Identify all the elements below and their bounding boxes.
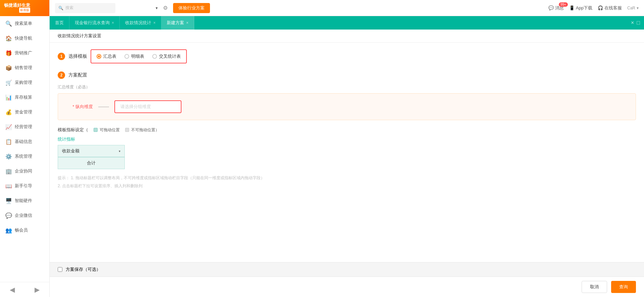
sales-icon: 📦 bbox=[5, 65, 12, 71]
search-box[interactable]: 🔍 搜索 bbox=[55, 3, 115, 13]
tab-home-label: 首页 bbox=[55, 20, 64, 26]
metrics-cell-header[interactable]: 收款金额 ▾ bbox=[58, 145, 125, 157]
page-title-bar: 收款情况统计方案设置 bbox=[50, 30, 644, 43]
sidebar-item-purchase[interactable]: 🛒 采购管理 bbox=[0, 75, 49, 90]
tab-receipt-stats[interactable]: 收款情况统计 × bbox=[120, 16, 161, 30]
download-icon: 📱 bbox=[569, 5, 575, 10]
sidebar-item-sales[interactable]: 📦 销售管理 bbox=[0, 60, 49, 75]
sidebar-item-label: 智能硬件 bbox=[15, 198, 32, 204]
query-button[interactable]: 查询 bbox=[611, 281, 636, 293]
online-service-item[interactable]: 🎧 在线客服 bbox=[598, 5, 622, 11]
tab-home[interactable]: 首页 bbox=[50, 16, 69, 30]
search-placeholder: 搜索 bbox=[65, 5, 73, 11]
cancel-button[interactable]: 取消 bbox=[582, 281, 607, 293]
sidebar-item-quick-nav[interactable]: 🏠 快捷导航 bbox=[0, 31, 49, 46]
vertical-dim-label: 纵向维度 bbox=[66, 104, 93, 110]
operation-icon: 📈 bbox=[5, 124, 12, 130]
tabbar: 首页 现金银行流水查询 × 收款情况统计 × 新建方案 × × □ bbox=[50, 16, 644, 30]
col1-total-text: 合计 bbox=[87, 160, 96, 165]
app-download-label: App下载 bbox=[576, 5, 592, 11]
topbar-dropdown[interactable]: ▾ bbox=[121, 6, 158, 10]
radio-summary-circle bbox=[97, 54, 101, 59]
tabbar-actions: × □ bbox=[627, 20, 644, 26]
sidebar-item-label: 快捷导航 bbox=[15, 35, 32, 41]
enterprise-icon: 🏢 bbox=[5, 168, 12, 175]
hint-2: 2. 点击标题栏下拉可设置排序、插入列和删除列 bbox=[58, 183, 636, 190]
dim-config-section: 汇总维度（必选） 纵向维度 —— 请选择分组维度 bbox=[58, 84, 636, 120]
service-icon: 🎧 bbox=[598, 5, 603, 10]
logo-badge: 标准版 bbox=[19, 8, 30, 13]
hint-1: 提示： 1. 拖动标题栏可以调整布局，不可跨维度或指标区域拖动栏目字段（只能在同… bbox=[58, 175, 636, 182]
col1-header-text: 收款金额 bbox=[62, 148, 79, 154]
search-menu-icon: 🔍 bbox=[5, 20, 12, 27]
sidebar-item-system[interactable]: ⚙️ 系统管理 bbox=[0, 149, 49, 164]
main-area: 🔍 搜索 ▾ ⚙ 体验行业方案 💬 消息 99+ 📱 App下载 🎧 在线客服 bbox=[50, 0, 644, 297]
step2-header: 2 方案配置 bbox=[58, 71, 636, 79]
sidebar-item-operation[interactable]: 📈 经营管理 bbox=[0, 119, 49, 134]
sidebar-item-label: 经营管理 bbox=[15, 124, 32, 130]
user-info[interactable]: CaR ▾ bbox=[627, 6, 639, 10]
sidebar-item-inventory[interactable]: 📊 库存核算 bbox=[0, 90, 49, 105]
window-close-btn[interactable]: × bbox=[631, 20, 634, 26]
notice-badge: 99+ bbox=[559, 2, 568, 7]
radio-detail-label: 明细表 bbox=[131, 53, 144, 59]
purchase-icon: 🛒 bbox=[5, 80, 12, 86]
sidebar-logo: 畅捷通好生意 标准版 bbox=[0, 0, 49, 16]
non-draggable-dot bbox=[125, 128, 129, 132]
radio-crosstab[interactable]: 交叉统计表 bbox=[152, 53, 181, 59]
radio-crosstab-circle bbox=[152, 54, 157, 59]
sidebar-item-enterprise[interactable]: 🏢 企业协同 bbox=[0, 164, 49, 179]
stats-label: 统计指标 bbox=[58, 136, 636, 142]
sidebar-item-guide[interactable]: 📖 新手引导 bbox=[0, 179, 49, 193]
logo-text: 畅捷通好生意 bbox=[4, 3, 30, 8]
sidebar-item-label: 系统管理 bbox=[15, 153, 32, 159]
dim-select-box[interactable]: 请选择分组维度 bbox=[114, 100, 181, 113]
tab-bank-flow-close[interactable]: × bbox=[112, 20, 114, 25]
sidebar-bottom: ◀ ▶ bbox=[0, 282, 49, 297]
dim-config-label: 汇总维度（必选） bbox=[58, 84, 636, 90]
legend-draggable: 可拖动位置 bbox=[94, 127, 120, 133]
tab-receipt-stats-close[interactable]: × bbox=[153, 20, 156, 25]
sidebar-item-finance[interactable]: 💰 资金管理 bbox=[0, 105, 49, 119]
home-icon: 🏠 bbox=[5, 35, 12, 42]
save-checkbox[interactable] bbox=[58, 267, 62, 272]
tab-bank-flow[interactable]: 现金银行流水查询 × bbox=[69, 16, 120, 30]
tab-bank-flow-label: 现金银行流水查询 bbox=[75, 20, 110, 26]
metrics-section: 模板指标设定（ 可拖动位置 不可拖动位置） 统计指标 bbox=[58, 127, 636, 169]
sidebar-collapse-btn[interactable]: ◀ bbox=[0, 282, 25, 297]
sidebar-item-basic-info[interactable]: 📋 基础信息 bbox=[0, 134, 49, 149]
page-title: 收款情况统计方案设置 bbox=[58, 33, 101, 38]
dim-arrow: —— bbox=[98, 104, 109, 110]
sidebar-expand-btn[interactable]: ▶ bbox=[25, 282, 50, 297]
content-area: 收款情况统计方案设置 1 选择模板 汇总表 明细表 bbox=[50, 30, 644, 297]
metrics-table: 收款金额 ▾ 合计 bbox=[58, 145, 125, 169]
tab-new-scheme[interactable]: 新建方案 × bbox=[161, 16, 194, 30]
notice-item[interactable]: 💬 消息 99+ bbox=[548, 5, 564, 11]
app-download-item[interactable]: 📱 App下载 bbox=[569, 5, 592, 11]
dim-label-text: 汇总维度（必选） bbox=[58, 85, 90, 89]
step1-num: 1 bbox=[58, 53, 65, 60]
sidebar-item-marketing[interactable]: 🎁 营销推广 bbox=[0, 46, 49, 60]
sidebar-item-member[interactable]: 👥 畅会员 bbox=[0, 223, 49, 238]
save-bar: 方案保存（可选） bbox=[50, 262, 644, 277]
radio-summary[interactable]: 汇总表 bbox=[97, 53, 116, 59]
tab-receipt-stats-label: 收款情况统计 bbox=[125, 20, 151, 26]
basic-icon: 📋 bbox=[5, 139, 12, 145]
metrics-header: 模板指标设定（ 可拖动位置 不可拖动位置） bbox=[58, 127, 636, 133]
sidebar-item-weichat[interactable]: 💬 企业微信 bbox=[0, 208, 49, 223]
weichat-icon: 💬 bbox=[5, 212, 12, 219]
smart-icon: 🖥️ bbox=[5, 198, 12, 204]
radio-detail[interactable]: 明细表 bbox=[124, 53, 144, 59]
sidebar-item-search-menu[interactable]: 🔍 搜索菜单 bbox=[0, 16, 49, 31]
tab-new-scheme-close[interactable]: × bbox=[186, 20, 189, 25]
save-label: 方案保存（可选） bbox=[66, 266, 101, 273]
sidebar-item-label: 搜索菜单 bbox=[15, 20, 32, 27]
legend-non-draggable: 不可拖动位置） bbox=[125, 127, 159, 133]
footer-bar: 取消 查询 bbox=[50, 277, 644, 297]
sidebar-item-smart-hw[interactable]: 🖥️ 智能硬件 bbox=[0, 193, 49, 208]
gear-icon[interactable]: ⚙ bbox=[163, 5, 168, 11]
window-maximize-btn[interactable]: □ bbox=[637, 20, 640, 26]
finance-icon: 💰 bbox=[5, 109, 12, 115]
industry-btn[interactable]: 体验行业方案 bbox=[173, 3, 210, 13]
form-area: 1 选择模板 汇总表 明细表 bbox=[50, 43, 644, 262]
